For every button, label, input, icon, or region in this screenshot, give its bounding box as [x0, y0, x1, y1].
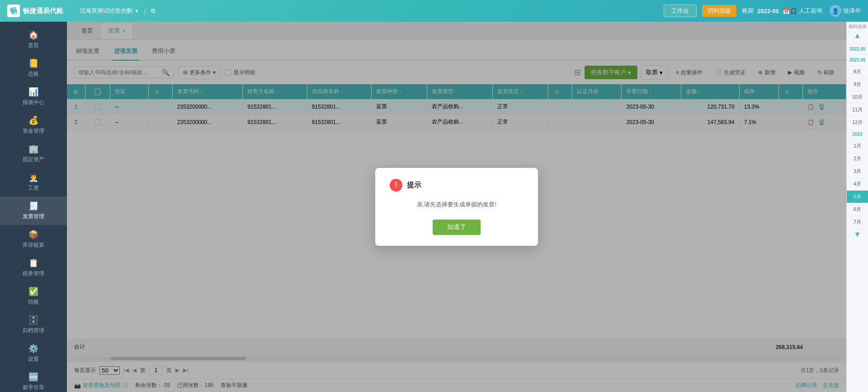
assets-icon: 🏢: [28, 144, 38, 154]
modal-header: ! 提示: [390, 179, 524, 191]
month-nav-down[interactable]: ▼: [847, 229, 868, 240]
support-button[interactable]: 🎧 人工咨询: [790, 7, 822, 15]
sidebar-item-archive[interactable]: 🗄️ 归档管理: [0, 311, 67, 339]
sidebar-item-guide[interactable]: 🆕 新手引导: [0, 368, 67, 392]
switch-version-button[interactable]: 切到旧版: [702, 5, 736, 17]
month-item-2[interactable]: 2月: [847, 153, 868, 165]
ledger-icon: 📒: [28, 58, 38, 68]
sidebar-item-assets[interactable]: 🏢 固定资产: [0, 139, 67, 168]
home-icon: 🏠: [28, 30, 38, 40]
logo-icon: 畅: [7, 5, 20, 17]
sidebar-label-inventory: 库存核算: [23, 241, 44, 249]
sidebar-label-settings: 设置: [28, 355, 39, 363]
company-name: 沈海英测试经营勿删: [80, 7, 132, 15]
month-nav-up[interactable]: ▲: [848, 30, 867, 42]
app-layout: 🏠 首页 📒 总账 📊 报表中心 💰 资金管理 🏢 固定资产 👨‍💼 工资 🧾 …: [0, 22, 868, 392]
sidebar-item-capital[interactable]: 💰 资金管理: [0, 111, 67, 139]
guide-icon: 🆕: [28, 372, 38, 382]
month-item-4[interactable]: 4月: [847, 178, 868, 191]
month-panel: 期间选择 ▲ 2023.05 2023.05 8月 9月 10月 11月 12月…: [846, 22, 868, 392]
invoice-icon: 🧾: [28, 201, 38, 211]
sidebar-label-assets: 固定资产: [23, 156, 44, 163]
modal-title: 提示: [407, 181, 421, 190]
month-item-3[interactable]: 3月: [847, 165, 868, 178]
inventory-icon: 📦: [28, 229, 38, 239]
sidebar-label-guide: 新手引导: [23, 384, 44, 392]
capital-icon: 💰: [28, 115, 38, 125]
top-bar: 畅 畅捷通易代账 沈海英测试经营勿删 ▼ | ⧉ 工作台 切到旧版 账期 202…: [0, 0, 868, 22]
sidebar-label-home: 首页: [28, 42, 39, 49]
month-item-5[interactable]: 5月: [847, 191, 868, 203]
app-logo: 畅 畅捷通易代账: [7, 5, 71, 17]
sidebar-item-settle[interactable]: ✅ 结账: [0, 282, 67, 311]
tax-icon: 📋: [28, 258, 38, 268]
month-panel-header: 期间选择 ▲: [847, 22, 868, 44]
year-label-1: 2023.05: [847, 44, 868, 55]
company-selector[interactable]: 沈海英测试经营勿删 ▼: [80, 7, 139, 15]
month-item-11[interactable]: 11月: [847, 104, 868, 116]
month-item-7[interactable]: 7月: [847, 216, 868, 229]
archive-icon: 🗄️: [28, 315, 38, 325]
month-item-12[interactable]: 12月: [847, 116, 868, 129]
period-info: 账期 2023-05 📅: [742, 7, 790, 15]
sidebar-label-archive: 归档管理: [23, 327, 44, 335]
top-actions: 工作台 切到旧版 账期 2023-05 📅: [664, 5, 790, 17]
sidebar-item-salary[interactable]: 👨‍💼 工资: [0, 168, 67, 196]
modal-confirm-button[interactable]: 知道了: [433, 220, 481, 235]
sidebar-item-tax[interactable]: 📋 税务管理: [0, 253, 67, 282]
modal-overlay: ! 提示 亲,请先选择要生成单据的发票! 知道了: [67, 22, 846, 392]
salary-icon: 👨‍💼: [28, 172, 38, 182]
modal-footer: 知道了: [390, 220, 524, 235]
top-right: 🎧 人工咨询 👤 徐泽华: [790, 5, 861, 17]
sidebar-item-inventory[interactable]: 📦 库存核算: [0, 225, 67, 253]
sidebar-item-settings[interactable]: ⚙️ 设置: [0, 339, 67, 368]
month-item-10[interactable]: 10月: [847, 91, 868, 104]
sidebar-label-salary: 工资: [28, 184, 39, 192]
user-icon: 👤: [830, 5, 841, 17]
sidebar-item-home[interactable]: 🏠 首页: [0, 25, 67, 54]
month-item-6[interactable]: 6月: [847, 203, 868, 216]
modal-body: 亲,请先选择要生成单据的发票!: [390, 201, 524, 209]
sidebar-label-report: 报表中心: [23, 99, 44, 106]
year-label-2023: 2023: [847, 129, 868, 140]
sidebar-item-ledger[interactable]: 📒 总账: [0, 54, 67, 82]
app-name: 畅捷通易代账: [23, 7, 63, 15]
settle-icon: ✅: [28, 287, 38, 296]
sidebar-label-ledger: 总账: [28, 70, 39, 78]
headset-icon: 🎧: [790, 8, 797, 14]
sidebar-label-capital: 资金管理: [23, 127, 44, 135]
workspace-button[interactable]: 工作台: [664, 5, 697, 17]
copy-icon[interactable]: ⧉: [151, 7, 155, 14]
modal-error-icon: !: [390, 179, 402, 191]
main-content: 首页 发票 × 销项发票 进项发票 费用小票: [67, 22, 846, 392]
month-item-9[interactable]: 9月: [847, 78, 868, 91]
report-icon: 📊: [28, 87, 38, 97]
month-item-8[interactable]: 8月: [847, 66, 868, 78]
sidebar: 🏠 首页 📒 总账 📊 报表中心 💰 资金管理 🏢 固定资产 👨‍💼 工资 🧾 …: [0, 22, 67, 392]
month-item-1[interactable]: 1月: [847, 140, 868, 153]
sidebar-label-settle: 结账: [28, 298, 39, 306]
sidebar-label-tax: 税务管理: [23, 270, 44, 277]
year-label-2: 2023.05: [847, 55, 868, 66]
sidebar-item-invoice[interactable]: 🧾 发票管理: [0, 196, 67, 225]
chevron-down-icon: ▼: [134, 9, 139, 14]
calendar-icon[interactable]: 📅: [783, 8, 790, 14]
sidebar-label-invoice: 发票管理: [23, 213, 44, 220]
user-menu[interactable]: 👤 徐泽华: [830, 5, 861, 17]
settings-icon: ⚙️: [28, 344, 38, 354]
company-info: 沈海英测试经营勿删 ▼ | ⧉: [80, 7, 664, 15]
modal-dialog: ! 提示 亲,请先选择要生成单据的发票! 知道了: [375, 168, 538, 246]
sidebar-item-report[interactable]: 📊 报表中心: [0, 82, 67, 111]
